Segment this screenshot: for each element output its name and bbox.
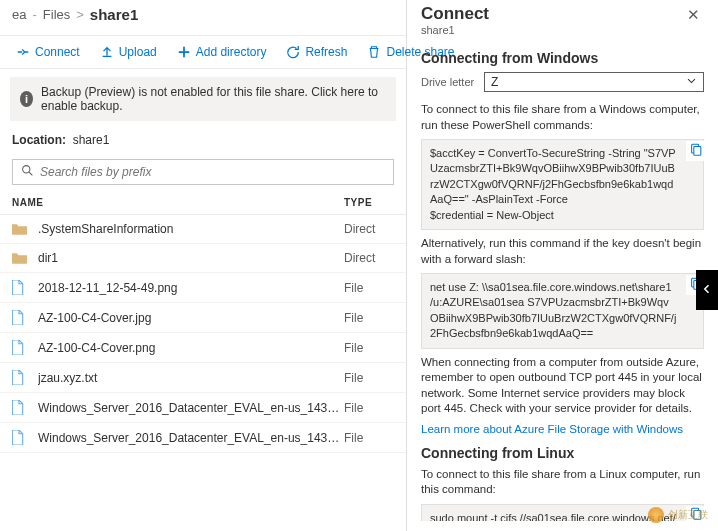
file-name: .SystemShareInformation — [38, 222, 344, 236]
svg-rect-2 — [694, 146, 701, 155]
win-instruction-1: To connect to this file share from a Win… — [421, 102, 704, 133]
learn-more-link[interactable]: Learn more about Azure File Storage with… — [421, 423, 704, 435]
powershell-command-box: $acctKey = ConvertTo-SecureString -Strin… — [421, 139, 704, 230]
file-type: File — [344, 281, 394, 295]
panel-header: Connect share1 ✕ — [421, 4, 704, 40]
close-button[interactable]: ✕ — [683, 4, 704, 26]
connect-button[interactable]: Connect — [8, 40, 88, 64]
file-type: File — [344, 431, 394, 445]
upload-button[interactable]: Upload — [92, 40, 165, 64]
file-name: 2018-12-11_12-54-49.png — [38, 281, 344, 295]
watermark-icon — [648, 507, 664, 523]
notification-text: Backup (Preview) is not enabled for this… — [41, 85, 386, 113]
win-note: When connecting from a computer from out… — [421, 355, 704, 417]
connect-icon — [16, 45, 30, 59]
win-instruction-2: Alternatively, run this command if the k… — [421, 236, 704, 267]
file-name: Windows_Server_2016_Datacenter_EVAL_en-u… — [38, 431, 344, 445]
refresh-icon — [286, 45, 300, 59]
file-list: .SystemShareInformationDirectdir1Direct2… — [0, 215, 406, 453]
location-value: share1 — [73, 133, 110, 147]
netuse-command[interactable]: net use Z: \\sa01sea.file.core.windows.n… — [421, 273, 704, 349]
table-row[interactable]: AZ-100-C4-Cover.jpgFile — [0, 303, 406, 333]
table-row[interactable]: .SystemShareInformationDirect — [0, 215, 406, 244]
chevron-right-icon: > — [76, 7, 84, 22]
refresh-button[interactable]: Refresh — [278, 40, 355, 64]
drive-letter-value: Z — [491, 75, 498, 89]
table-row[interactable]: Windows_Server_2016_Datacenter_EVAL_en-u… — [0, 393, 406, 423]
file-icon — [12, 370, 30, 385]
breadcrumb: ea - Files > share1 — [0, 0, 406, 29]
linux-heading: Connecting from Linux — [421, 445, 704, 461]
file-name: AZ-100-C4-Cover.png — [38, 341, 344, 355]
watermark-text: 创新互联 — [668, 508, 708, 522]
side-tab[interactable] — [696, 270, 718, 310]
file-browser-pane: ea - Files > share1 Connect Upload — [0, 0, 407, 531]
file-name: dir1 — [38, 251, 344, 265]
file-name: AZ-100-C4-Cover.jpg — [38, 311, 344, 325]
close-icon: ✕ — [687, 6, 700, 23]
table-row[interactable]: Windows_Server_2016_Datacenter_EVAL_en-u… — [0, 423, 406, 453]
file-name: jzau.xyz.txt — [38, 371, 344, 385]
drive-letter-select[interactable]: Z — [484, 72, 704, 92]
location-label: Location: — [12, 133, 66, 147]
file-type: File — [344, 311, 394, 325]
app-root: ea - Files > share1 Connect Upload — [0, 0, 718, 531]
table-row[interactable]: AZ-100-C4-Cover.pngFile — [0, 333, 406, 363]
search-icon — [21, 164, 34, 180]
watermark: 创新互联 — [648, 507, 708, 523]
chevron-down-icon — [686, 75, 697, 89]
search-box[interactable] — [12, 159, 394, 185]
linux-instruction: To connect to this file share from a Lin… — [421, 467, 704, 498]
svg-point-0 — [23, 166, 30, 173]
breadcrumb-seg[interactable]: Files — [43, 7, 70, 22]
netuse-command-box: net use Z: \\sa01sea.file.core.windows.n… — [421, 273, 704, 349]
info-icon: i — [20, 91, 33, 107]
windows-heading: Connecting from Windows — [421, 50, 704, 66]
location-row: Location: share1 — [0, 129, 406, 151]
connect-panel: Connect share1 ✕ Connecting from Windows… — [407, 0, 718, 531]
search-input[interactable] — [40, 165, 385, 179]
file-type: Direct — [344, 251, 394, 265]
table-row[interactable]: jzau.xyz.txtFile — [0, 363, 406, 393]
breadcrumb-seg[interactable]: ea — [12, 7, 26, 22]
powershell-command[interactable]: $acctKey = ConvertTo-SecureString -Strin… — [421, 139, 704, 230]
panel-title: Connect — [421, 4, 489, 24]
backup-notification[interactable]: i Backup (Preview) is not enabled for th… — [10, 77, 396, 121]
copy-button[interactable] — [686, 141, 704, 161]
column-name[interactable]: NAME — [12, 197, 344, 208]
file-name: Windows_Server_2016_Datacenter_EVAL_en-u… — [38, 401, 344, 415]
folder-icon — [12, 252, 30, 264]
table-row[interactable]: dir1Direct — [0, 244, 406, 273]
breadcrumb-current: share1 — [90, 6, 138, 23]
chevron-left-icon — [701, 283, 713, 298]
breadcrumb-sep: - — [32, 7, 36, 22]
toolbar: Connect Upload Add directory Refresh — [0, 35, 406, 69]
file-type: File — [344, 401, 394, 415]
delete-icon — [367, 45, 381, 59]
column-type[interactable]: TYPE — [344, 197, 394, 208]
folder-icon — [12, 223, 30, 235]
panel-subtitle: share1 — [421, 24, 489, 36]
file-type: Direct — [344, 222, 394, 236]
plus-icon — [177, 45, 191, 59]
file-icon — [12, 340, 30, 355]
file-type: File — [344, 341, 394, 355]
table-row[interactable]: 2018-12-11_12-54-49.pngFile — [0, 273, 406, 303]
file-icon — [12, 280, 30, 295]
panel-scroll[interactable]: Connecting from Windows Drive letter Z T… — [421, 40, 704, 521]
copy-icon — [689, 143, 703, 160]
file-icon — [12, 430, 30, 445]
file-icon — [12, 400, 30, 415]
table-header: NAME TYPE — [0, 189, 406, 215]
add-directory-button[interactable]: Add directory — [169, 40, 275, 64]
upload-icon — [100, 45, 114, 59]
drive-letter-field: Drive letter Z — [421, 72, 704, 92]
drive-letter-label: Drive letter — [421, 76, 476, 88]
file-icon — [12, 310, 30, 325]
file-type: File — [344, 371, 394, 385]
